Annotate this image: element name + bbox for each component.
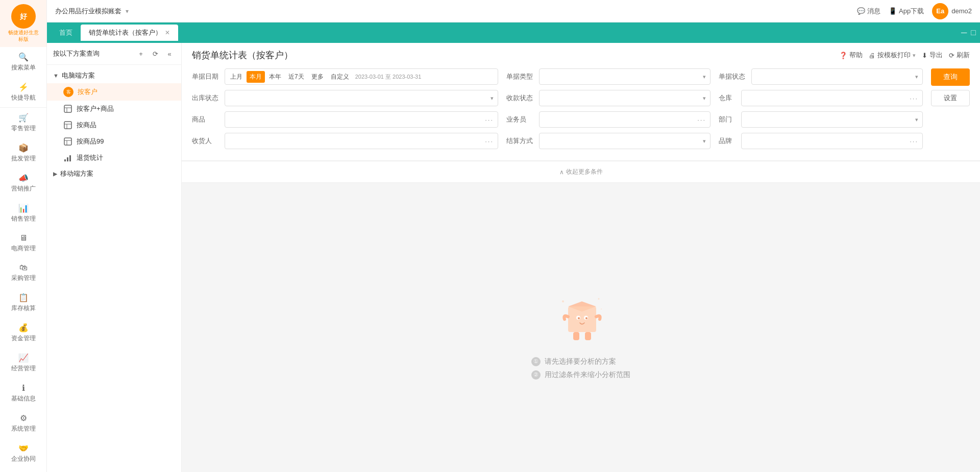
scheme-group-mobile[interactable]: ▶ 移动端方案 (47, 166, 181, 181)
empty-state-item-1: ① 请先选择要分析的方案 (531, 357, 616, 366)
svg-rect-2 (64, 105, 71, 112)
refresh-btn[interactable]: ⟳ 刷新 (949, 51, 970, 60)
sidebar-item-search[interactable]: 🔍 搜索菜单 (0, 47, 46, 77)
scheme-item-by-goods-99[interactable]: 按商品99 (47, 133, 181, 150)
out-status-input[interactable]: ▾ (225, 90, 498, 106)
user-profile[interactable]: Ea demo2 (932, 3, 972, 19)
help-btn[interactable]: ❓ 帮助 (839, 51, 863, 60)
svg-rect-12 (67, 157, 68, 161)
sidebar-item-system[interactable]: ⚙ 系统管理 (0, 408, 46, 438)
warehouse-label: 仓库 (719, 93, 737, 103)
department-input[interactable]: ▾ (741, 111, 923, 128)
refresh-scheme-btn[interactable]: ⟳ (150, 48, 161, 59)
left-panel-actions: + ⟳ « (135, 48, 175, 59)
purchase-icon: 🛍 (19, 263, 28, 272)
sidebar-item-sales[interactable]: 📊 销售管理 (0, 198, 46, 228)
app-download-icon: 📱 (889, 7, 897, 15)
svg-rect-5 (64, 122, 71, 129)
order-type-input[interactable]: ▾ (539, 68, 710, 85)
print-dropdown-icon[interactable]: ▾ (913, 52, 916, 59)
refresh-icon: ⟳ (153, 50, 158, 58)
date-tab-this-year[interactable]: 本年 (266, 71, 284, 83)
inventory-icon: 📋 (18, 293, 29, 302)
warehouse-dots: ··· (910, 95, 918, 102)
sidebar-item-inventory[interactable]: 📋 库存核算 (0, 288, 46, 318)
sidebar-item-quick-nav[interactable]: ⚡ 快捷导航 (0, 77, 46, 107)
app-download-action[interactable]: 📱 App下载 (889, 7, 924, 16)
collapse-up-icon: ∧ (559, 169, 564, 176)
scheme-group-desktop[interactable]: ▼ 电脑端方案 (47, 68, 181, 83)
sidebar-item-finance[interactable]: 💰 资金管理 (0, 318, 46, 348)
collapse-bar: ∧ 收起更多条件 (182, 161, 980, 183)
empty-hint-number-1: ① (531, 357, 541, 366)
print-btn[interactable]: 🖨 按模板打印 ▾ (869, 51, 916, 60)
add-scheme-btn[interactable]: + (135, 48, 146, 59)
date-tab-this-month[interactable]: 本月 (247, 71, 265, 83)
salesperson-input[interactable]: ··· (539, 111, 710, 128)
department-chevron: ▾ (915, 116, 918, 123)
sidebar-item-operations[interactable]: 📈 经营管理 (0, 348, 46, 378)
message-action[interactable]: 💬 消息 (857, 7, 880, 16)
brand-input[interactable]: ··· (741, 133, 923, 149)
order-status-input[interactable]: ▾ (751, 68, 923, 85)
scheme-item-customer-goods[interactable]: 按客户+商品 (47, 101, 181, 117)
date-tab-last-7[interactable]: 近7天 (285, 71, 307, 83)
pay-status-label: 收款状态 (506, 93, 535, 103)
sidebar-item-retail[interactable]: 🛒 零售管理 (0, 108, 46, 138)
logo-subtitle: 标版 (18, 36, 29, 43)
sidebar-item-ecommerce[interactable]: 🖥 电商管理 (0, 228, 46, 258)
order-status-chevron: ▾ (915, 74, 918, 80)
receiver-input[interactable]: ··· (225, 133, 498, 149)
tab-home[interactable]: 首页 (51, 25, 81, 41)
export-btn[interactable]: ⬇ 导出 (922, 51, 943, 60)
date-tab-custom[interactable]: 自定义 (328, 71, 352, 83)
logo-text: 畅捷通好生意 (8, 30, 39, 36)
settlement-input[interactable]: ▾ (539, 133, 710, 149)
receiver-dots: ··· (485, 137, 494, 145)
pay-status-input[interactable]: ▾ (539, 90, 710, 106)
empty-state-text: ① 请先选择要分析的方案 ② 用过滤条件来缩小分析范围 (531, 357, 630, 380)
chevron-right-icon: ▶ (53, 171, 57, 177)
date-tab-more[interactable]: 更多 (308, 71, 327, 83)
sidebar-item-wholesale[interactable]: 📦 批发管理 (0, 138, 46, 168)
scheme-item-return-stats[interactable]: 退货统计 (47, 150, 181, 166)
left-panel: 按以下方案查询 + ⟳ « (47, 43, 182, 472)
svg-rect-13 (69, 155, 71, 161)
window-maximize-btn[interactable]: □ (971, 28, 976, 37)
scheme-section: ▼ 电脑端方案 客 按客户 按 (47, 65, 181, 184)
settings-button[interactable]: 设置 (931, 90, 970, 106)
scheme-item-by-customer[interactable]: 客 按客户 (47, 83, 181, 101)
goods-input[interactable]: ··· (225, 111, 498, 128)
left-panel-header: 按以下方案查询 + ⟳ « (47, 43, 181, 65)
by-goods-99-icon (63, 137, 72, 146)
chevron-down-icon: ▼ (53, 73, 59, 79)
return-stats-icon (63, 153, 72, 162)
topbar-dropdown[interactable]: ▾ (126, 8, 129, 15)
page-title: 销货单统计表（按客户） (192, 49, 293, 61)
quick-nav-icon: ⚡ (18, 82, 29, 92)
warehouse-input[interactable]: ··· (741, 90, 923, 106)
sidebar-item-onboarding[interactable]: 🎯 新手引导 (0, 468, 46, 472)
svg-rect-11 (64, 159, 66, 161)
tab-close-icon[interactable]: ✕ (165, 29, 170, 36)
salesperson-label: 业务员 (506, 115, 535, 124)
customer-scheme-icon: 客 (63, 87, 74, 97)
left-panel-title: 按以下方案查询 (53, 49, 100, 58)
sidebar-item-basic-info[interactable]: ℹ 基础信息 (0, 378, 46, 408)
goods-label: 商品 (192, 115, 220, 124)
date-tab-last-month[interactable]: 上月 (227, 71, 246, 83)
tab-sales-stats[interactable]: 销货单统计表（按客户） ✕ (81, 25, 178, 41)
scheme-item-label-customer-goods: 按客户+商品 (77, 104, 114, 113)
window-minimize-btn[interactable]: ─ (961, 28, 967, 37)
salesperson-dots: ··· (697, 116, 706, 124)
scheme-item-by-goods[interactable]: 按商品 (47, 117, 181, 133)
sidebar-item-marketing[interactable]: 📣 营销推广 (0, 168, 46, 198)
tab-bar-right: ─ □ (961, 28, 976, 37)
empty-state-illustration (545, 276, 617, 349)
collapse-button[interactable]: ∧ 收起更多条件 (553, 166, 609, 178)
sidebar-item-cooperation[interactable]: 🤝 企业协同 (0, 438, 46, 468)
out-status-label: 出库状态 (192, 93, 220, 103)
query-button[interactable]: 查询 (931, 68, 970, 86)
sidebar-item-purchase[interactable]: 🛍 采购管理 (0, 258, 46, 288)
collapse-panel-btn[interactable]: « (164, 48, 175, 59)
